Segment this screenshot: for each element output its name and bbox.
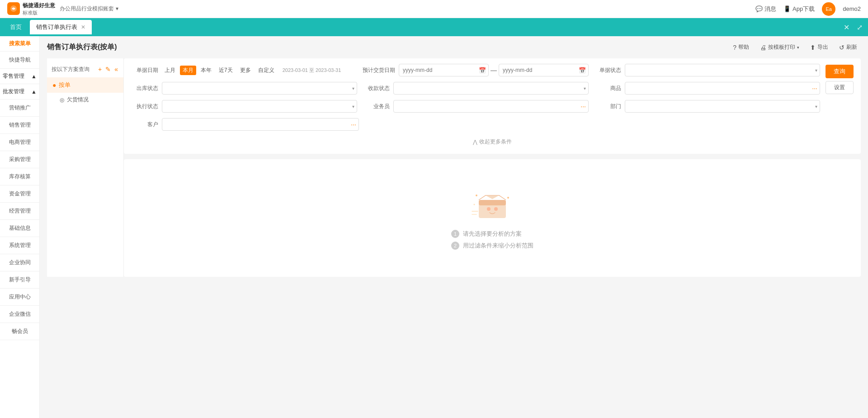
customer-input[interactable]: [162, 118, 359, 131]
sidebar-item-ecommerce-mgmt[interactable]: 电商管理: [0, 134, 39, 151]
sidebar-item-enterprise-collab[interactable]: 企业协同: [0, 254, 39, 271]
sidebar-item-basic-info[interactable]: 基础信息: [0, 220, 39, 237]
sidebar-item-inventory-check[interactable]: 库存核算: [0, 168, 39, 185]
sidebar-item-finance-mgmt[interactable]: 资金管理: [0, 185, 39, 203]
sidebar-item-member[interactable]: 畅会员: [0, 323, 39, 340]
scheme-item-main[interactable]: ● 按单: [47, 77, 123, 93]
app-download-icon: 📱: [783, 5, 791, 12]
sidebar-item-retail-mgmt[interactable]: 零售管理 ▲: [0, 69, 39, 84]
message-btn[interactable]: 💬 消息: [755, 5, 776, 13]
empty-tip-1: 1 请先选择要分析的方案: [451, 230, 533, 238]
customer-label: 客户: [131, 121, 158, 128]
sidebar-member-label: 畅会员: [12, 328, 28, 334]
payment-status-label: 收款状态: [363, 85, 390, 92]
svg-point-7: [494, 207, 498, 211]
scheme-edit-btn[interactable]: ✎: [104, 65, 112, 74]
main-layout: 搜索菜单 快捷导航 零售管理 ▲ 批发管理 ▲ 营销推广 销售管理 电商管理: [0, 36, 868, 418]
tip-number-2: 2: [451, 242, 459, 250]
sidebar-item-system-mgmt[interactable]: 系统管理: [0, 237, 39, 254]
date-btn-last-7[interactable]: 近7天: [216, 66, 236, 75]
sidebar-retail-arrow: ▲: [31, 73, 37, 80]
bill-status-control: ▾: [625, 64, 820, 76]
top-header: 畅捷通好生意 标准版 办公用品行业模拟账套 ▾ 💬 消息 📱 App下载 Ea …: [0, 0, 868, 18]
filter-expected-date-group: 预计交货日期 📅 —: [363, 64, 589, 76]
expected-date-to-wrap: 📅: [499, 64, 589, 76]
print-dropdown-arrow: ▾: [797, 45, 799, 50]
brand-text-area: 畅捷通好生意 标准版: [23, 2, 55, 16]
date-btn-custom[interactable]: 自定义: [255, 66, 277, 75]
salesperson-more-dots[interactable]: ···: [580, 103, 586, 110]
sidebar-item-app-center[interactable]: 应用中心: [0, 289, 39, 306]
customer-more-dots[interactable]: ···: [351, 121, 356, 128]
expected-date-to-input[interactable]: [499, 64, 589, 76]
collapse-bar[interactable]: ⋀ 收起更多条件: [131, 135, 854, 148]
sidebar-finance-label: 资金管理: [9, 190, 31, 197]
delivery-status-select[interactable]: [162, 82, 357, 95]
sidebar-item-wholesale-mgmt[interactable]: 批发管理 ▲: [0, 84, 39, 99]
date-btn-last-month[interactable]: 上月: [162, 66, 178, 75]
username[interactable]: demo2: [843, 5, 861, 12]
query-btn[interactable]: 查询: [826, 65, 854, 78]
payment-status-select[interactable]: [393, 82, 589, 95]
sidebar-item-marketing[interactable]: 营销推广: [0, 100, 39, 117]
search-menu-label: 搜索菜单: [9, 40, 31, 47]
breadcrumb[interactable]: 办公用品行业模拟账套 ▾: [60, 5, 118, 13]
avatar[interactable]: Ea: [822, 2, 835, 16]
filter-bill-status-group: 单据状态 ▾: [594, 64, 820, 76]
help-label: 帮助: [738, 43, 749, 51]
salesperson-input[interactable]: [393, 100, 589, 113]
sidebar-item-new-guide[interactable]: 新手引导: [0, 271, 39, 289]
scheme-collapse-btn[interactable]: «: [113, 65, 119, 74]
sidebar-item-sales-mgmt[interactable]: 销售管理: [0, 117, 39, 134]
template-print-btn[interactable]: 🖨 按模板打印 ▾: [756, 42, 803, 53]
sidebar-item-enterprise-wechat[interactable]: 企业微信: [0, 306, 39, 323]
bill-status-select[interactable]: [625, 64, 820, 76]
exec-status-select[interactable]: [162, 100, 357, 113]
svg-point-3: [476, 195, 477, 196]
brand-name: 畅捷通好生意: [23, 2, 55, 10]
main-panel: 单据日期 上月 本月 本年 近7天 更多 自定义: [124, 58, 861, 277]
product-control: ···: [625, 82, 820, 95]
sidebar-item-purchase-mgmt[interactable]: 采购管理: [0, 151, 39, 168]
tab-close-icon[interactable]: ✕: [81, 24, 85, 30]
sidebar-entwechar-label: 企业微信: [9, 311, 31, 317]
export-btn[interactable]: ⬆ 导出: [807, 42, 832, 53]
tab-home[interactable]: 首页: [4, 20, 28, 34]
expected-date-from-input[interactable]: [399, 64, 489, 76]
sidebar-item-operations-mgmt[interactable]: 经营管理: [0, 203, 39, 220]
refresh-btn[interactable]: ↺ 刷新: [835, 42, 861, 53]
brand-subtitle: 标准版: [23, 10, 55, 16]
department-control: ▾: [625, 100, 820, 113]
help-btn[interactable]: ? 帮助: [729, 42, 753, 53]
page-title: 销售订单执行表(按单): [47, 43, 117, 52]
product-more-dots[interactable]: ···: [812, 85, 817, 92]
left-panel-title: 按以下方案查询: [52, 66, 90, 73]
filter-row-4: 客户 ···: [131, 118, 820, 131]
tab-bar: 首页 销售订单执行表 ✕ ✕ ⤢: [0, 18, 868, 36]
inner-layout: 按以下方案查询 + ✎ « ● 按单 ◎ 欠货情况: [47, 58, 861, 277]
customer-control: ···: [162, 118, 359, 131]
settings-btn[interactable]: 设置: [826, 81, 854, 94]
tab-sales-exec[interactable]: 销售订单执行表 ✕: [30, 20, 92, 34]
expected-date-label: 预计交货日期: [363, 66, 395, 74]
date-btn-this-year[interactable]: 本年: [198, 66, 214, 75]
scheme-item-sub[interactable]: ◎ 欠货情况: [47, 93, 123, 107]
tab-close-all-btn[interactable]: ✕: [842, 21, 851, 33]
tab-home-label: 首页: [10, 23, 22, 31]
left-panel-header: 按以下方案查询 + ✎ «: [47, 63, 123, 77]
empty-tips: 1 请先选择要分析的方案 2 用过滤条件来缩小分析范围: [451, 230, 533, 250]
print-icon: 🖨: [760, 44, 766, 51]
tab-expand-btn[interactable]: ⤢: [855, 21, 864, 33]
brand-logo: 畅捷通好生意 标准版: [7, 2, 55, 16]
bill-date-label: 单据日期: [131, 66, 158, 74]
product-input[interactable]: [625, 82, 820, 95]
sidebar-search-menu[interactable]: 搜索菜单: [0, 36, 39, 52]
department-select[interactable]: [625, 100, 820, 113]
sidebar-operations-label: 经营管理: [9, 208, 31, 214]
date-btn-current-month[interactable]: 本月: [180, 66, 196, 75]
date-separator: —: [491, 66, 497, 74]
app-download-btn[interactable]: 📱 App下载: [783, 5, 815, 13]
sidebar-quick-nav[interactable]: 快捷导航: [0, 52, 39, 69]
scheme-add-btn[interactable]: +: [97, 65, 103, 74]
date-btn-more[interactable]: 更多: [237, 66, 254, 75]
